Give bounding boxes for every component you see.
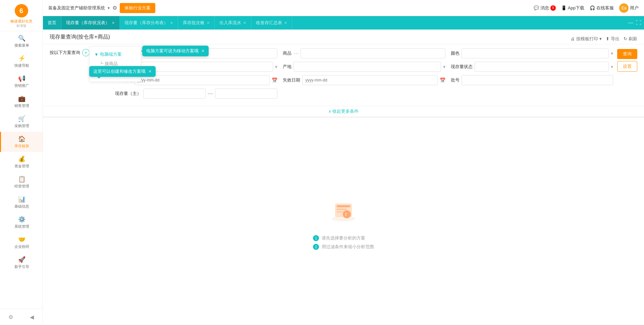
tab-receipt-summary[interactable]: 收发存汇总表 ✕: [251, 16, 292, 30]
collapse-btn[interactable]: ∧ 收起更多条件: [43, 106, 644, 117]
svg-rect-2: [337, 205, 350, 207]
online-service-label: 在线客服: [596, 5, 614, 11]
svg-text:!: !: [345, 212, 347, 217]
service-icon: 🎧: [590, 5, 595, 10]
sidebar: 6 畅捷通好生意 标准版 🔍 搜索菜单 ⚡ 快捷导航 📢 营销推广 💼 销售管理…: [0, 0, 43, 325]
settings-button[interactable]: ⚙: [5, 312, 16, 322]
sidebar-item-collab[interactable]: 🤝 企业协同: [0, 232, 43, 253]
inventory-icon: 🏠: [18, 135, 25, 143]
tab-close-icon[interactable]: ✕: [284, 21, 287, 25]
basicinfo-icon: 📊: [18, 196, 25, 203]
sidebar-item-operations[interactable]: 📋 经营管理: [0, 172, 43, 192]
filter-action-btns: 查询 设置: [617, 48, 637, 72]
tab-in-out-flow[interactable]: 出入库流水 ✕: [215, 16, 251, 30]
tab-inventory-status[interactable]: 现存量（库存状况表） ✕: [61, 16, 120, 30]
product-input[interactable]: [301, 48, 445, 58]
tab-close-icon[interactable]: ✕: [207, 21, 210, 25]
tooltip-arrow: [140, 49, 143, 53]
print-btn[interactable]: 🖨 按模板打印 ▾: [571, 36, 602, 42]
topbar-gear-icon[interactable]: ⚙: [112, 5, 117, 11]
size-dropdown-icon[interactable]: ▾: [275, 64, 277, 69]
search-btn[interactable]: 查询: [617, 49, 637, 59]
sidebar-item-basicinfo[interactable]: 📊 基础信息: [0, 192, 43, 212]
online-service-btn[interactable]: 🎧 在线客服: [590, 5, 614, 11]
mfg-date-input[interactable]: [135, 75, 270, 85]
sysmanage-icon: ⚙️: [18, 216, 25, 223]
system-dropdown-icon[interactable]: ▾: [108, 6, 110, 10]
tab-label: 库存批次账: [183, 20, 205, 26]
sidebar-item-finance[interactable]: 💰 资金管理: [0, 152, 43, 172]
refresh-btn[interactable]: ↻ 刷新: [624, 36, 637, 42]
sidebar-item-guide[interactable]: 🚀 新手引导: [0, 253, 43, 273]
app-download-btn[interactable]: 📱 App下载: [561, 5, 584, 11]
product-label: 商品: [283, 50, 291, 56]
add-filter-btn[interactable]: +: [82, 49, 90, 56]
product-dots[interactable]: ···: [293, 50, 299, 57]
message-badge: 9: [550, 5, 556, 11]
origin-dropdown-icon[interactable]: ▾: [443, 64, 445, 69]
mfg-date-icon[interactable]: 📅: [272, 77, 277, 83]
filter-item-exp-date: 失效日期 📅: [283, 75, 445, 85]
exp-date-icon[interactable]: 📅: [440, 77, 445, 83]
tab-close-icon[interactable]: ✕: [170, 21, 173, 25]
sidebar-item-marketing[interactable]: 📢 营销推广: [0, 71, 43, 92]
sidebar-bottom: ⚙ ◀: [0, 309, 43, 325]
edit-tooltip-close[interactable]: ✕: [148, 69, 152, 74]
filter-section: 按以下方案查询 + ↻ ◀◀ 仓库 ···: [43, 44, 644, 106]
batch-input[interactable]: [462, 75, 613, 85]
sidebar-item-search[interactable]: 🔍 搜索菜单: [0, 31, 43, 51]
tab-close-icon[interactable]: ✕: [243, 21, 246, 25]
sidebar-item-sales[interactable]: 💼 销售管理: [0, 92, 43, 112]
step-2-num: 2: [313, 244, 319, 250]
stock-status-dropdown-icon[interactable]: ▾: [611, 64, 613, 69]
stock-qty-max[interactable]: [215, 89, 277, 99]
sidebar-item-label: 销售管理: [14, 103, 29, 108]
sidebar-item-label: 营销推广: [14, 83, 29, 88]
sidebar-item-sysmanage[interactable]: ⚙️ 系统管理: [0, 212, 43, 232]
app-subtitle: 标准版: [16, 23, 26, 28]
step-1-num: 1: [313, 235, 319, 241]
tab-batch-account[interactable]: 库存批次账 ✕: [178, 16, 215, 30]
origin-label: 产地: [283, 64, 291, 70]
collab-icon: 🤝: [18, 236, 25, 243]
topbar: 装备及固定资产辅助管理系统 ▾ ⚙ 体验行业方案 💬 消息 9 📱 App下载 …: [43, 0, 644, 16]
color-label: 颜色: [451, 50, 460, 56]
svg-point-5: [343, 210, 351, 218]
pc-scheme-item[interactable]: ▼ 电脑端方案: [90, 49, 141, 59]
user-avatar: Ea: [619, 3, 629, 13]
tab-home[interactable]: 首页: [43, 16, 61, 30]
sidebar-item-label: 采购管理: [14, 123, 29, 128]
filter-item-stock-qty: 现存量（主） —: [115, 89, 277, 99]
sidebar-item-quicknav[interactable]: ⚡ 快捷导航: [0, 51, 43, 71]
exp-date-input[interactable]: [302, 75, 437, 85]
edit-tooltip-arrow: [97, 77, 101, 80]
tab-close-icon[interactable]: ✕: [112, 21, 115, 25]
color-dropdown-icon[interactable]: ▾: [611, 51, 613, 56]
marketing-icon: 📢: [18, 75, 25, 82]
export-btn[interactable]: ⬆ 导出: [606, 36, 620, 42]
sidebar-item-label: 库存核算: [14, 144, 29, 149]
scheme-tooltip-close[interactable]: ✕: [201, 49, 205, 53]
color-input[interactable]: [462, 48, 609, 58]
main-area: 装备及固定资产辅助管理系统 ▾ ⚙ 体验行业方案 💬 消息 9 📱 App下载 …: [43, 0, 644, 325]
purchase-icon: 🛒: [18, 115, 25, 122]
set-btn[interactable]: 设置: [617, 61, 637, 72]
page-toolbar: 🖨 按模板打印 ▾ ⬆ 导出 ↻ 刷新: [571, 36, 637, 42]
tab-inventory-dist[interactable]: 现存量（库存分布表） ✕: [120, 16, 178, 30]
trial-btn[interactable]: 体验行业方案: [120, 3, 155, 13]
sidebar-item-purchase[interactable]: 🛒 采购管理: [0, 112, 43, 132]
page-content: 现存量查询(按仓库+商品) 🖨 按模板打印 ▾ ⬆ 导出 ↻ 刷新: [43, 30, 644, 325]
tab-minimize-icon[interactable]: —: [628, 20, 633, 26]
finance-icon: 💰: [18, 155, 25, 163]
app-name: 畅捷通好生意: [10, 19, 33, 23]
stock-qty-min[interactable]: [143, 89, 206, 99]
stock-status-input[interactable]: [475, 62, 609, 72]
tab-expand-icon[interactable]: ⛶: [636, 20, 641, 26]
collapse-label: 收起更多条件: [332, 109, 359, 114]
origin-input[interactable]: [293, 62, 441, 72]
message-btn[interactable]: 💬 消息 9: [534, 5, 556, 11]
sidebar-item-inventory[interactable]: 🏠 库存核算: [0, 132, 43, 152]
user-area[interactable]: Ea 用户: [619, 3, 639, 13]
message-label: 消息: [540, 5, 549, 11]
collapse-sidebar-button[interactable]: ◀: [26, 312, 37, 322]
